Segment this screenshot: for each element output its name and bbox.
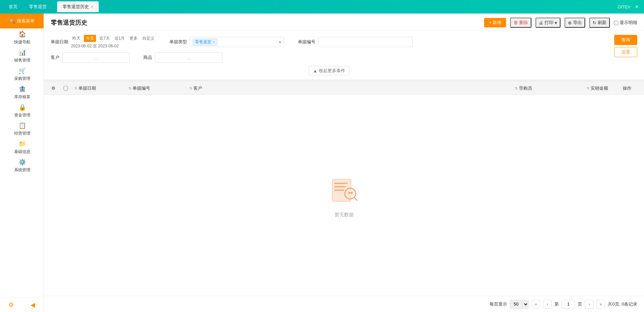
new-button[interactable]: + 新增 <box>484 18 506 27</box>
th-guide[interactable]: ⇅ 导购员 <box>512 85 566 91</box>
search-menu-button[interactable]: 🔍 搜索菜单 <box>0 14 44 28</box>
th-customer[interactable]: ⇅ 客户 <box>187 85 512 91</box>
goods-filter-button[interactable]: ... <box>155 52 222 63</box>
top-bar-right: OfTEn × <box>618 3 641 10</box>
th-action-label: 操作 <box>623 85 631 91</box>
tab-home[interactable]: 首页 <box>3 1 23 12</box>
filter-setting-button[interactable]: 设置 <box>614 47 637 57</box>
filter-area: 单据日期 昨天 今天 近7天 近1月 更多 自定义 2 <box>44 31 644 80</box>
collapse-button[interactable]: ▲ 收起更多条件 <box>309 66 350 75</box>
th-no-label: 单据编号 <box>133 85 150 91</box>
sidebar-item-sales-mgmt-label: 销售管理 <box>14 58 30 63</box>
sidebar-item-sales-mgmt[interactable]: 📊 销售管理 <box>0 47 44 65</box>
main-layout: 🔍 搜索菜单 🏠 快捷导航 📊 销售管理 🛒 采购管理 🏦 库存核算 🔒 <box>0 14 644 312</box>
export-icon: ⊕ <box>568 20 572 25</box>
tab-retail-return[interactable]: 零售退货 × <box>24 1 56 12</box>
sidebar-item-inventory[interactable]: 🏦 库存核算 <box>0 83 44 102</box>
page-number-input[interactable] <box>562 300 575 309</box>
date-shortcuts: 昨天 今天 近7天 近1月 更多 自定义 <box>71 35 156 42</box>
th-date-sort-icon: ⇅ <box>74 86 77 90</box>
table-settings-icon[interactable]: ⚙ <box>47 86 59 91</box>
date-shortcut-1month[interactable]: 近1月 <box>113 35 126 42</box>
sidebar-item-quick-nav[interactable]: 🏠 快捷导航 <box>0 28 44 47</box>
page-header: 零售退货历史 + 新增 🗑 删除 🖨 打印 ▾ ⊕ 导出 ↻ 刷新 <box>44 14 644 31</box>
top-bar: 首页 零售退货 × 零售退货历史 × OfTEn × <box>0 0 644 14</box>
show-detail-label[interactable]: 显示明细 <box>614 20 637 26</box>
th-no[interactable]: ⇅ 单据编号 <box>126 85 187 91</box>
search-menu-label: 搜索菜单 <box>17 18 34 24</box>
sidebar-item-system-mgmt[interactable]: ⚙️ 系统管理 <box>0 156 44 175</box>
goods-filter-group: 商品 ... <box>143 52 222 63</box>
next-page-button[interactable]: › <box>585 300 594 309</box>
tab-retail-return-label: 零售退货 <box>29 4 47 10</box>
close-retail-return-icon[interactable]: × <box>49 4 51 9</box>
table-select-all[interactable] <box>59 86 72 90</box>
customer-filter-button[interactable]: ... <box>62 52 130 63</box>
query-setting-group: 查询 设置 <box>614 35 637 57</box>
date-shortcut-custom[interactable]: 自定义 <box>141 35 156 42</box>
tab-retail-return-history[interactable]: 零售退货历史 × <box>57 1 99 12</box>
sidebar: 🔍 搜索菜单 🏠 快捷导航 📊 销售管理 🛒 采购管理 🏦 库存核算 🔒 <box>0 14 44 312</box>
collapse-icon: ▲ <box>313 68 317 73</box>
sidebar-bottom: ⚙ ◀ <box>0 297 44 312</box>
svg-rect-3 <box>334 190 344 191</box>
per-page-select[interactable]: 10 20 50 100 <box>510 300 529 309</box>
sales-mgmt-icon: 📊 <box>19 49 26 56</box>
no-filter-input[interactable] <box>318 37 413 47</box>
refresh-icon: ↻ <box>593 20 596 25</box>
type-select[interactable]: 零售退货 × ▾ <box>190 37 284 47</box>
delete-button[interactable]: 🗑 删除 <box>510 18 531 28</box>
sidebar-item-basic-info[interactable]: 📁 基础信息 <box>0 138 44 156</box>
prev-page-button[interactable]: ‹ <box>543 300 552 309</box>
type-filter-group: 单据类型 零售退货 × ▾ <box>169 37 284 47</box>
last-page-button[interactable]: » <box>596 300 605 309</box>
filter-row-2: 客户 ... 商品 ... <box>51 52 607 63</box>
query-button[interactable]: 查询 <box>614 35 637 45</box>
print-chevron-icon: ▾ <box>555 20 557 25</box>
empty-text: 暂无数据 <box>335 212 354 218</box>
refresh-button[interactable]: ↻ 刷新 <box>589 18 610 28</box>
type-tag-text: 零售退货 <box>195 39 211 45</box>
sidebar-item-purchase-mgmt-label: 采购管理 <box>14 76 30 82</box>
collapse-row: ▲ 收起更多条件 <box>51 66 607 75</box>
type-tag-remove[interactable]: × <box>213 40 215 44</box>
print-button[interactable]: 🖨 打印 ▾ <box>535 18 560 28</box>
show-detail-checkbox[interactable] <box>614 21 618 25</box>
page-title: 零售退货历史 <box>51 19 87 27</box>
often-text: OfTEn <box>618 4 630 9</box>
tab-retail-return-history-label: 零售退货历史 <box>63 4 89 10</box>
type-tag: 零售退货 × <box>193 39 217 46</box>
table-header: ⚙ ⇅ 单据日期 ⇅ 单据编号 ⇅ 客户 ⇅ 导购员 <box>44 82 644 95</box>
print-label: 打印 <box>545 20 553 26</box>
sidebar-item-finance-mgmt[interactable]: 🔒 资金管理 <box>0 102 44 120</box>
sidebar-item-operation-mgmt[interactable]: 📋 经营管理 <box>0 120 44 138</box>
print-icon: 🖨 <box>539 20 543 25</box>
export-button[interactable]: ⊕ 导出 <box>565 18 585 28</box>
top-tabs: 首页 零售退货 × 零售退货历史 × <box>3 1 618 12</box>
select-all-checkbox[interactable] <box>64 86 68 90</box>
date-range: 2023-06-02 至 2023-06-02 <box>71 43 156 49</box>
quick-nav-icon: 🏠 <box>19 30 26 38</box>
date-shortcut-today[interactable]: 今天 <box>84 35 96 42</box>
date-shortcut-7days[interactable]: 近7天 <box>98 35 111 42</box>
sidebar-item-inventory-label: 库存核算 <box>14 94 30 100</box>
th-date-label: 单据日期 <box>78 85 96 91</box>
sidebar-settings-button[interactable]: ⚙ <box>8 301 14 309</box>
th-date[interactable]: ⇅ 单据日期 <box>72 85 126 91</box>
sidebar-item-basic-info-label: 基础信息 <box>14 149 30 155</box>
sidebar-collapse-button[interactable]: ◀ <box>30 301 35 309</box>
th-amount[interactable]: ⇅ 实销金额 <box>566 85 614 91</box>
th-guide-sort-icon: ⇅ <box>515 86 518 90</box>
svg-point-7 <box>348 192 350 194</box>
no-filter-group: 单据编号 <box>298 37 413 47</box>
date-shortcut-more[interactable]: 更多 <box>128 35 139 42</box>
finance-mgmt-icon: 🔒 <box>19 104 26 111</box>
date-shortcut-yesterday[interactable]: 昨天 <box>71 35 82 42</box>
top-close-button[interactable]: × <box>633 3 641 10</box>
type-chevron-icon: ▾ <box>279 40 281 45</box>
first-page-button[interactable]: « <box>531 300 540 309</box>
customer-filter-group: 客户 ... <box>51 52 130 63</box>
sidebar-item-purchase-mgmt[interactable]: 🛒 采购管理 <box>0 65 44 83</box>
close-retail-return-history-icon[interactable]: × <box>91 4 93 9</box>
date-group: 昨天 今天 近7天 近1月 更多 自定义 2023-06-02 至 2023-0… <box>71 35 156 49</box>
